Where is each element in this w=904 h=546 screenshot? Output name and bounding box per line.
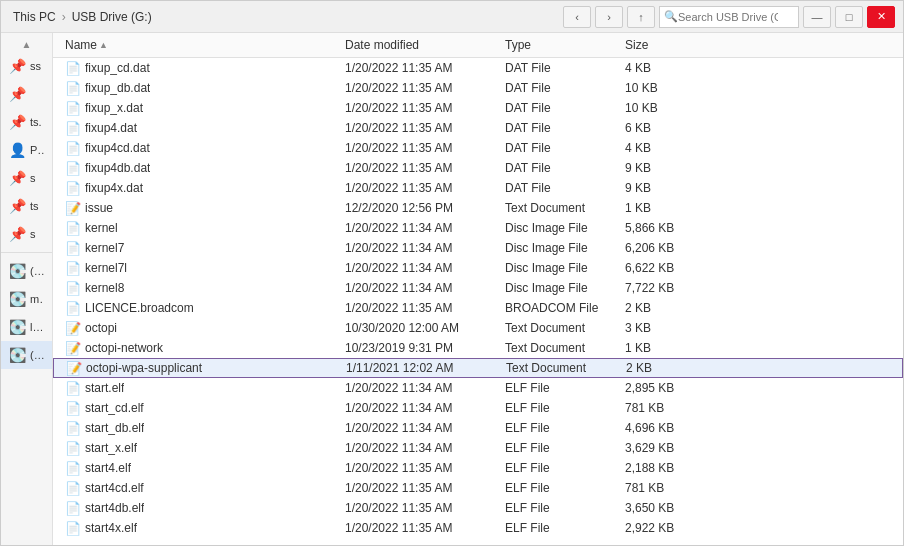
- file-type-cell: ELF File: [501, 501, 621, 515]
- table-row[interactable]: 📄 start4cd.elf 1/20/2022 11:35 AM ELF Fi…: [53, 478, 903, 498]
- file-name-cell: 📄 kernel: [61, 221, 341, 236]
- table-row[interactable]: 📄 start_db.elf 1/20/2022 11:34 AM ELF Fi…: [53, 418, 903, 438]
- table-row[interactable]: 📄 fixup4.dat 1/20/2022 11:35 AM DAT File…: [53, 118, 903, 138]
- table-row[interactable]: 📄 start4.elf 1/20/2022 11:35 AM ELF File…: [53, 458, 903, 478]
- file-date-cell: 1/20/2022 11:35 AM: [341, 521, 501, 535]
- file-date-cell: 1/20/2022 11:35 AM: [341, 81, 501, 95]
- file-date-cell: 10/30/2020 12:00 AM: [341, 321, 501, 335]
- file-name-text: kernel: [85, 221, 118, 235]
- table-row[interactable]: 📝 octopi-wpa-supplicant 1/11/2021 12:02 …: [53, 358, 903, 378]
- search-box[interactable]: 🔍: [659, 6, 799, 28]
- sidebar-item-disk[interactable]: 💽 le Disk: [1, 313, 52, 341]
- file-size-cell: 4 KB: [621, 141, 701, 155]
- table-row[interactable]: 📄 kernel8 1/20/2022 11:34 AM Disc Image …: [53, 278, 903, 298]
- header-size[interactable]: Size: [621, 35, 701, 55]
- sidebar-label-disk: le Disk: [30, 321, 44, 333]
- header-date[interactable]: Date modified: [341, 35, 501, 55]
- file-date-cell: 12/2/2020 12:56 PM: [341, 201, 501, 215]
- file-size-cell: 6 KB: [621, 121, 701, 135]
- table-row[interactable]: 📄 fixup4db.dat 1/20/2022 11:35 AM DAT Fi…: [53, 158, 903, 178]
- table-row[interactable]: 📄 start_cd.elf 1/20/2022 11:34 AM ELF Fi…: [53, 398, 903, 418]
- sidebar-item-2[interactable]: 📌: [1, 80, 52, 108]
- file-size-cell: 7,722 KB: [621, 281, 701, 295]
- file-icon: 📄: [65, 61, 81, 76]
- file-name-text: kernel7: [85, 241, 124, 255]
- table-row[interactable]: 📄 start.elf 1/20/2022 11:34 AM ELF File …: [53, 378, 903, 398]
- sidebar-item-person[interactable]: 👤 Person: [1, 136, 52, 164]
- nav-up-button[interactable]: ↑: [627, 6, 655, 28]
- breadcrumb-usb-drive[interactable]: USB Drive (G:): [68, 8, 156, 26]
- file-name-cell: 📄 fixup4x.dat: [61, 181, 341, 196]
- file-name-cell: 📝 octopi-network: [61, 341, 341, 356]
- table-row[interactable]: 📝 octopi-network 10/23/2019 9:31 PM Text…: [53, 338, 903, 358]
- sidebar-item-s2[interactable]: 📌 s: [1, 220, 52, 248]
- sidebar-label-person: Person: [30, 144, 44, 156]
- table-row[interactable]: 📝 issue 12/2/2020 12:56 PM Text Document…: [53, 198, 903, 218]
- table-row[interactable]: 📄 fixup_cd.dat 1/20/2022 11:35 AM DAT Fi…: [53, 58, 903, 78]
- table-row[interactable]: 📄 kernel7l 1/20/2022 11:34 AM Disc Image…: [53, 258, 903, 278]
- file-type-cell: DAT File: [501, 101, 621, 115]
- sidebar-item-s[interactable]: 📌 s: [1, 164, 52, 192]
- file-name-text: octopi: [85, 321, 117, 335]
- file-date-cell: 1/20/2022 11:35 AM: [341, 181, 501, 195]
- file-icon: 📝: [65, 341, 81, 356]
- file-name-cell: 📄 fixup4.dat: [61, 121, 341, 136]
- table-row[interactable]: 📄 fixup_db.dat 1/20/2022 11:35 AM DAT Fi…: [53, 78, 903, 98]
- header-name[interactable]: Name ▲: [61, 35, 341, 55]
- file-date-cell: 1/20/2022 11:35 AM: [341, 461, 501, 475]
- sidebar: ▲ 📌 ss 📌 📌 ts. 👤 Person 📌 s 📌: [1, 33, 53, 545]
- table-row[interactable]: 📄 start4db.elf 1/20/2022 11:35 AM ELF Fi…: [53, 498, 903, 518]
- table-row[interactable]: 📄 kernel7 1/20/2022 11:34 AM Disc Image …: [53, 238, 903, 258]
- breadcrumb-separator: ›: [62, 10, 66, 24]
- table-row[interactable]: 📄 start4x.elf 1/20/2022 11:35 AM ELF Fil…: [53, 518, 903, 538]
- sidebar-label-g: (G:): [30, 349, 44, 361]
- file-name-text: start4db.elf: [85, 501, 144, 515]
- table-row[interactable]: 📄 fixup4cd.dat 1/20/2022 11:35 AM DAT Fi…: [53, 138, 903, 158]
- file-icon: 📄: [65, 221, 81, 236]
- file-type-cell: ELF File: [501, 401, 621, 415]
- table-row[interactable]: 📝 octopi 10/30/2020 12:00 AM Text Docume…: [53, 318, 903, 338]
- close-button[interactable]: ✕: [867, 6, 895, 28]
- file-icon: 📄: [65, 381, 81, 396]
- file-type-cell: Text Document: [501, 341, 621, 355]
- file-size-cell: 4 KB: [621, 61, 701, 75]
- file-type-cell: ELF File: [501, 381, 621, 395]
- title-bar: This PC › USB Drive (G:) ‹ › ↑ 🔍 — □ ✕: [1, 1, 903, 33]
- sidebar-label-d: me (D:): [30, 293, 44, 305]
- file-name-cell: 📄 start4db.elf: [61, 501, 341, 516]
- file-name-text: kernel8: [85, 281, 124, 295]
- file-size-cell: 9 KB: [621, 161, 701, 175]
- file-name-text: kernel7l: [85, 261, 127, 275]
- file-type-cell: Disc Image File: [501, 281, 621, 295]
- sidebar-item-g[interactable]: 💽 (G:): [1, 341, 52, 369]
- nav-forward-button[interactable]: ›: [595, 6, 623, 28]
- file-name-cell: 📄 fixup_cd.dat: [61, 61, 341, 76]
- table-row[interactable]: 📄 kernel 1/20/2022 11:34 AM Disc Image F…: [53, 218, 903, 238]
- file-type-cell: Disc Image File: [501, 261, 621, 275]
- sidebar-item-ts[interactable]: 📌 ts.: [1, 108, 52, 136]
- file-explorer-window: This PC › USB Drive (G:) ‹ › ↑ 🔍 — □ ✕ ▲…: [0, 0, 904, 546]
- sidebar-item-ts2[interactable]: 📌 ts: [1, 192, 52, 220]
- file-date-cell: 1/20/2022 11:34 AM: [341, 441, 501, 455]
- table-row[interactable]: 📄 fixup_x.dat 1/20/2022 11:35 AM DAT Fil…: [53, 98, 903, 118]
- file-icon: 📄: [65, 421, 81, 436]
- nav-back-button[interactable]: ‹: [563, 6, 591, 28]
- sidebar-item-c[interactable]: 💽 (C:): [1, 257, 52, 285]
- table-row[interactable]: 📄 fixup4x.dat 1/20/2022 11:35 AM DAT Fil…: [53, 178, 903, 198]
- sidebar-scroll-up[interactable]: ▲: [1, 37, 52, 52]
- search-input[interactable]: [678, 11, 778, 23]
- header-type[interactable]: Type: [501, 35, 621, 55]
- file-type-cell: ELF File: [501, 461, 621, 475]
- table-row[interactable]: 📄 start_x.elf 1/20/2022 11:34 AM ELF Fil…: [53, 438, 903, 458]
- file-name-text: fixup4x.dat: [85, 181, 143, 195]
- minimize-button[interactable]: —: [803, 6, 831, 28]
- breadcrumb-this-pc[interactable]: This PC: [9, 8, 60, 26]
- search-icon: 🔍: [664, 10, 678, 23]
- file-icon: 📄: [65, 481, 81, 496]
- table-row[interactable]: 📄 LICENCE.broadcom 1/20/2022 11:35 AM BR…: [53, 298, 903, 318]
- file-name-text: fixup_db.dat: [85, 81, 150, 95]
- sidebar-item-d[interactable]: 💽 me (D:): [1, 285, 52, 313]
- sidebar-item-ss[interactable]: 📌 ss: [1, 52, 52, 80]
- maximize-button[interactable]: □: [835, 6, 863, 28]
- file-icon: 📄: [65, 441, 81, 456]
